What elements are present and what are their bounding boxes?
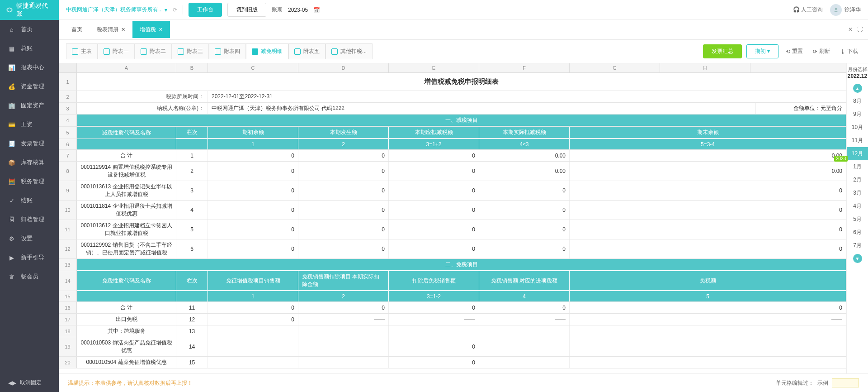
sheet-tab[interactable]: 附表一 — [98, 43, 135, 59]
calendar-icon[interactable]: 📅 — [313, 7, 320, 13]
row-name[interactable]: 0001129914 购置增值税税控系统专用设备抵减增值税 — [77, 162, 176, 181]
row-header[interactable]: 2 — [59, 91, 77, 102]
col-header[interactable]: F — [479, 63, 570, 72]
spreadsheet[interactable]: A B C D E F G H 1 增值税减免税申报明细表 2 税款所属时间： … — [59, 63, 846, 373]
data-cell[interactable]: 0 — [389, 239, 479, 258]
data-cell[interactable]: 0 — [389, 220, 479, 239]
sidebar-item-play[interactable]: ▶新手引导 — [0, 248, 59, 267]
download-button[interactable]: ⭳ 下载 — [837, 46, 861, 57]
row-header[interactable]: 4 — [59, 115, 77, 126]
sidebar-item-ledger[interactable]: ▤总账 — [0, 39, 59, 58]
data-cell[interactable]: 0 — [298, 302, 389, 313]
data-cell[interactable]: 0 — [479, 220, 570, 239]
month-item[interactable]: 11月 — [847, 134, 868, 147]
row-header[interactable]: 6 — [59, 139, 77, 149]
data-cell[interactable]: 0 — [570, 201, 846, 220]
row-header[interactable]: 3 — [59, 103, 77, 114]
col-header[interactable]: B — [176, 63, 208, 72]
row-name[interactable]: 合 计 — [77, 150, 176, 161]
data-cell[interactable] — [479, 357, 570, 368]
data-cell[interactable]: 0 — [389, 150, 479, 161]
data-cell[interactable]: 0 — [208, 201, 298, 220]
sidebar-item-fund[interactable]: 💰资金管理 — [0, 77, 59, 96]
data-cell[interactable]: 0 — [208, 314, 298, 325]
row-header[interactable]: 12 — [59, 239, 77, 258]
refresh-button[interactable]: ⟳ 刷新 — [810, 46, 833, 57]
month-next-button[interactable]: ▼ — [853, 254, 862, 263]
month-item[interactable]: 7月 — [847, 239, 868, 252]
sheet-tab[interactable]: 减免明细 — [246, 43, 288, 59]
data-cell[interactable]: 0.00 — [479, 162, 570, 181]
data-cell[interactable]: 0 — [208, 150, 298, 161]
data-cell[interactable]: —— — [389, 314, 479, 325]
col-header[interactable]: H — [660, 63, 750, 72]
row-header[interactable]: 14 — [59, 271, 77, 291]
month-item[interactable]: 5月 — [847, 213, 868, 226]
row-name[interactable]: 其中：跨境服务 — [77, 325, 176, 337]
sidebar-item-home[interactable]: ⌂首页 — [0, 20, 59, 39]
data-cell[interactable]: 0 — [208, 162, 298, 181]
row-col[interactable]: 12 — [176, 314, 208, 325]
row-col[interactable]: 5 — [176, 220, 208, 239]
data-cell[interactable]: 0 — [479, 302, 570, 313]
brand-logo[interactable]: 畅捷通易代账 — [0, 0, 59, 20]
month-item[interactable]: 10月 — [847, 121, 868, 134]
data-cell[interactable]: 0.00 — [570, 150, 846, 161]
data-cell[interactable]: 0 — [298, 150, 389, 161]
data-cell[interactable]: 0 — [479, 239, 570, 258]
row-col[interactable]: 14 — [176, 337, 208, 356]
row-header[interactable]: 20 — [59, 357, 77, 368]
select-all-corner[interactable] — [59, 63, 77, 72]
period-init-button[interactable]: 期初 ▾ — [746, 44, 778, 58]
data-cell[interactable]: —— — [298, 314, 389, 325]
col-header[interactable]: E — [389, 63, 479, 72]
sheet-tab[interactable]: 其他扣税... — [326, 43, 373, 59]
workbench-button[interactable]: 工作台 — [189, 3, 222, 17]
row-header[interactable]: 8 — [59, 162, 77, 181]
data-cell[interactable]: 0 — [389, 201, 479, 220]
data-cell[interactable] — [570, 325, 846, 337]
data-cell[interactable]: 0 — [298, 239, 389, 258]
fullscreen-icon[interactable]: ⛶ — [857, 26, 863, 33]
col-header[interactable]: G — [570, 63, 660, 72]
sidebar-item-asset[interactable]: 🏢固定资产 — [0, 96, 59, 115]
data-cell[interactable] — [570, 357, 846, 368]
sidebar-item-salary[interactable]: 💳工资 — [0, 115, 59, 134]
data-cell[interactable] — [298, 325, 389, 337]
data-cell[interactable] — [570, 337, 846, 356]
data-cell[interactable]: 0 — [208, 220, 298, 239]
sidebar-item-chart[interactable]: 📊报表中心 — [0, 58, 59, 77]
tab-close-icon[interactable]: ✕ — [121, 27, 125, 33]
data-cell[interactable]: —— — [570, 314, 846, 325]
row-header[interactable]: 10 — [59, 201, 77, 220]
data-cell[interactable] — [298, 357, 389, 368]
row-name[interactable]: 出口免税 — [77, 314, 176, 325]
month-item[interactable]: 6月 — [847, 226, 868, 239]
sidebar-item-stock[interactable]: 📦库存核算 — [0, 153, 59, 172]
sidebar-item-close[interactable]: ✓结账 — [0, 191, 59, 210]
sheet-tab[interactable]: 附表五 — [288, 43, 326, 59]
row-name[interactable]: 0001010504 蔬菜免征增值税优惠 — [77, 357, 176, 368]
row-col[interactable]: 3 — [176, 181, 208, 200]
data-cell[interactable]: 0 — [389, 181, 479, 200]
row-col[interactable]: 13 — [176, 325, 208, 337]
row-header[interactable]: 1 — [59, 73, 77, 91]
row-header[interactable]: 13 — [59, 259, 77, 271]
month-item[interactable]: 4月 — [847, 200, 868, 213]
data-cell[interactable]: 0 — [208, 302, 298, 313]
data-cell[interactable]: 0 — [389, 337, 479, 356]
switch-old-button[interactable]: 切到旧版 — [227, 3, 266, 17]
data-cell[interactable]: 0 — [479, 201, 570, 220]
data-cell[interactable]: 0 — [570, 302, 846, 313]
sidebar-item-tax[interactable]: 🧮税务管理 — [0, 172, 59, 191]
sidebar-item-invoice[interactable]: 🧾发票管理 — [0, 134, 59, 153]
row-col[interactable]: 1 — [176, 150, 208, 161]
month-item[interactable]: 1月 — [847, 160, 868, 173]
user-menu[interactable]: 徐泽华 — [830, 4, 861, 16]
row-col[interactable]: 4 — [176, 201, 208, 220]
page-tab[interactable]: 税表清册✕ — [90, 21, 132, 38]
month-item[interactable]: 3月 — [847, 186, 868, 200]
row-header[interactable]: 16 — [59, 302, 77, 313]
data-cell[interactable] — [479, 325, 570, 337]
close-all-tabs-icon[interactable]: ✕ — [848, 26, 853, 33]
